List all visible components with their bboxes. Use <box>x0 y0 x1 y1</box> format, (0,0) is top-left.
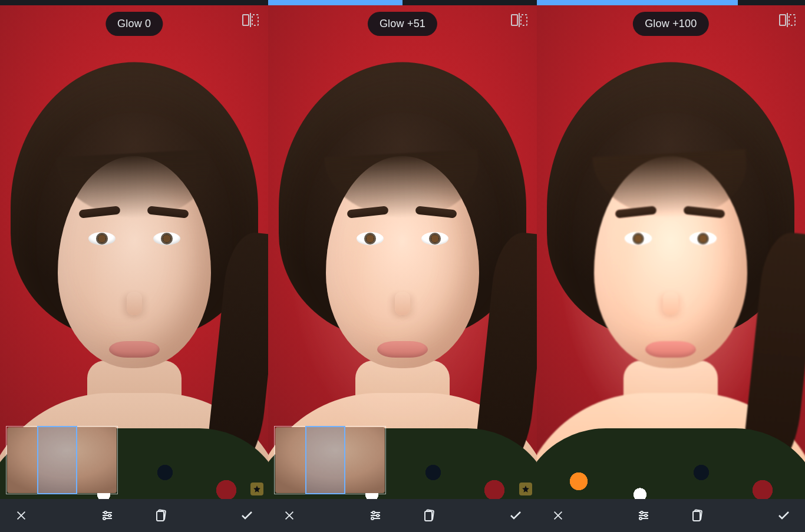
star-icon[interactable] <box>250 483 263 495</box>
navigator-viewport[interactable] <box>305 426 345 494</box>
editor-pane: Glow +51 <box>268 0 536 532</box>
compare-icon[interactable] <box>242 13 259 27</box>
adjust-button[interactable] <box>365 505 386 526</box>
top-progress-bar <box>268 0 536 5</box>
svg-rect-1 <box>252 15 258 25</box>
navigator-thumbnail[interactable] <box>6 426 118 494</box>
compare-icon[interactable] <box>511 13 527 27</box>
top-progress-bar <box>537 0 805 5</box>
adjust-button[interactable] <box>633 505 654 526</box>
svg-point-13 <box>371 517 374 520</box>
svg-rect-23 <box>693 511 700 521</box>
portrait-illustration <box>0 5 268 499</box>
svg-point-11 <box>372 511 375 514</box>
apply-button[interactable] <box>505 505 526 526</box>
parameter-chip-label: Glow +100 <box>645 18 697 29</box>
editor-pane: Glow +100 <box>537 0 805 532</box>
svg-rect-9 <box>521 15 527 25</box>
parameter-chip[interactable]: Glow 0 <box>105 12 163 36</box>
svg-rect-0 <box>243 15 249 25</box>
bottom-toolbar <box>268 499 536 532</box>
svg-rect-16 <box>780 15 786 25</box>
star-icon[interactable] <box>519 483 532 495</box>
svg-point-20 <box>645 514 647 517</box>
bottom-toolbar <box>0 499 268 532</box>
parameter-chip[interactable]: Glow +51 <box>368 12 437 36</box>
svg-rect-8 <box>512 15 517 25</box>
parameter-chip[interactable]: Glow +100 <box>633 12 708 36</box>
image-canvas[interactable] <box>0 5 268 499</box>
svg-point-5 <box>103 517 105 520</box>
top-progress-bar <box>0 0 268 5</box>
portrait-illustration <box>537 5 805 499</box>
editor-pane: Glow 0 <box>0 0 268 532</box>
svg-rect-17 <box>789 15 795 25</box>
styles-button[interactable] <box>687 505 708 526</box>
svg-point-3 <box>104 511 107 514</box>
parameter-chip-label: Glow +51 <box>380 18 425 29</box>
svg-rect-7 <box>157 511 164 521</box>
svg-point-12 <box>377 514 379 517</box>
parameter-chip-label: Glow 0 <box>117 18 151 29</box>
compare-icon[interactable] <box>779 13 796 27</box>
cancel-button[interactable] <box>279 505 300 526</box>
svg-point-4 <box>108 514 111 517</box>
portrait-illustration <box>268 5 536 499</box>
navigator-viewport[interactable] <box>37 426 77 494</box>
comparison-row: Glow 0 <box>0 0 805 532</box>
styles-button[interactable] <box>419 505 440 526</box>
svg-point-21 <box>639 517 642 520</box>
apply-button[interactable] <box>236 505 258 526</box>
cancel-button[interactable] <box>547 505 569 526</box>
bottom-toolbar <box>537 499 805 532</box>
cancel-button[interactable] <box>11 505 32 526</box>
navigator-thumbnail[interactable] <box>274 426 386 494</box>
svg-point-19 <box>641 511 643 514</box>
svg-rect-15 <box>425 511 432 521</box>
image-canvas[interactable] <box>537 5 805 499</box>
styles-button[interactable] <box>151 505 172 526</box>
image-canvas[interactable] <box>268 5 536 499</box>
apply-button[interactable] <box>773 505 794 526</box>
adjust-button[interactable] <box>97 505 118 526</box>
